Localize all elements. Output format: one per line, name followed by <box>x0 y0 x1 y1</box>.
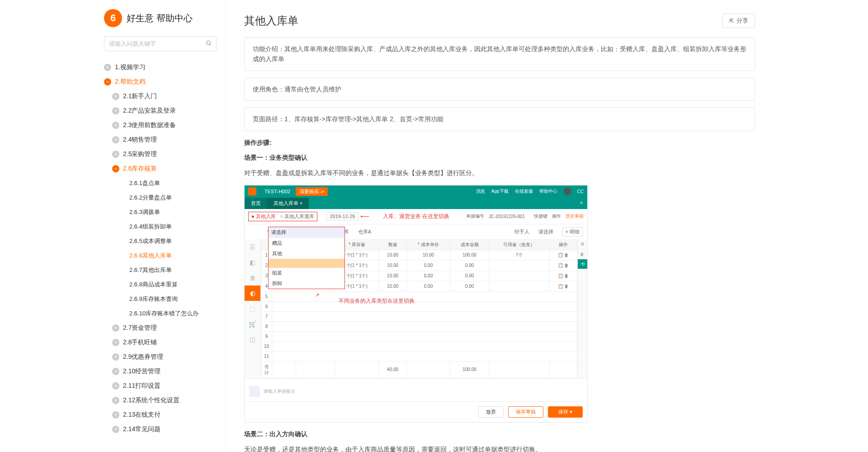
ss-tool-icon: ⟲ <box>578 259 587 269</box>
plus-icon: + <box>112 382 119 390</box>
ss-annotation-1: 入库、退货业务 在这里切换 <box>383 213 449 220</box>
ss-total-row: 合计40.00100.00 <box>261 361 577 378</box>
ss-cancel-button: 放弃 <box>478 406 504 418</box>
nav-2-1[interactable]: +2.1新手入门 <box>104 89 217 104</box>
ss-ops: 操作 <box>552 213 561 219</box>
logo-text: 好生意 帮助中心 <box>127 12 193 24</box>
nav-2-11[interactable]: +2.11打印设置 <box>104 379 217 393</box>
plus-icon: + <box>112 324 119 332</box>
ss-nav-icon: 🛒 <box>245 316 260 332</box>
scene1-title: 场景一：业务类型确认 <box>244 152 755 163</box>
logo: 6 好生意 帮助中心 <box>104 9 217 27</box>
ss-table-row: 9 <box>261 331 577 341</box>
nav-2-7[interactable]: +2.7资金管理 <box>104 321 217 335</box>
info-box-role: 使用角色：通常由仓管人员维护 <box>244 77 755 101</box>
nav-2-3[interactable]: +2.3使用前数据准备 <box>104 118 217 133</box>
ss-tabs: 首页 其他入库单 × × <box>245 198 587 209</box>
nav-2-6-10[interactable]: 2.6.10库存账本错了怎么办 <box>104 306 217 321</box>
scene2-title: 场景二：出入方向确认 <box>244 429 755 440</box>
plus-icon: + <box>112 368 119 375</box>
nav-2-6-3[interactable]: 2.6.3调拨单 <box>104 205 217 219</box>
ss-table-row: 8 <box>261 321 577 331</box>
ss-docno-label: 单据编号 <box>466 213 484 219</box>
info-box-intro: 功能介绍：其他入库单用来处理除采购入库、产成品入库之外的其他入库业务，因此其他入… <box>244 37 755 71</box>
nav-2-4[interactable]: +2.4销售管理 <box>104 133 217 147</box>
plus-icon: + <box>112 411 119 419</box>
ss-biztype-dropdown: 请选择 赠品 其他 组装 拆卸 <box>268 227 345 289</box>
ss-tab-home: 首页 <box>245 198 267 209</box>
nav-2-6-8[interactable]: 2.6.8商品成本重算 <box>104 277 217 292</box>
ss-top-header: TEST-H002 我要购买-> 消息 App下载 在线客服 帮助中心 CC <box>245 186 587 198</box>
nav-2-5[interactable]: +2.5采购管理 <box>104 147 217 162</box>
nav-2-6-6[interactable]: 2.6.6其他入库单 <box>104 248 217 263</box>
ss-msg-icon: 消息 <box>476 188 485 195</box>
nav-2-8[interactable]: +2.8手机旺铺 <box>104 335 217 350</box>
ss-annotation-2: 不同业务的入库类型在这里切换 <box>339 297 415 305</box>
plus-icon: + <box>112 339 119 346</box>
plus-icon: + <box>112 93 119 100</box>
steps-heading: 操作步骤: <box>244 138 755 148</box>
ss-data-table: 请选择 赠品 其他 组装 拆卸 ⟵ ↗ 不同业务的入库类型在这里切换 <box>261 239 577 378</box>
nav-2-6-5[interactable]: 2.6.5成本调整单 <box>104 234 217 248</box>
ss-comment-icon <box>249 386 260 397</box>
nav-2-12[interactable]: +2.12系统个性化设置 <box>104 393 217 408</box>
ss-arrow-icon: ⟵ <box>360 213 369 220</box>
ss-avatar-icon <box>564 188 571 195</box>
nav-2[interactable]: −2.帮助文档 <box>104 75 217 89</box>
plus-icon: + <box>112 136 119 143</box>
svg-point-0 <box>207 41 210 44</box>
ss-add-detail: + 明细 <box>562 227 583 237</box>
ss-comment-placeholder: 请输入单据备注 <box>264 388 295 395</box>
nav-2-14[interactable]: +2.14常见问题 <box>104 422 217 437</box>
plus-icon: + <box>112 107 119 114</box>
nav-2-10[interactable]: +2.10经营管理 <box>104 364 217 379</box>
plus-icon: + <box>112 151 119 158</box>
plus-icon: + <box>112 397 119 404</box>
nav-2-6-2[interactable]: 2.6.2分量盘点单 <box>104 190 217 205</box>
ss-logo-icon <box>248 187 256 195</box>
ss-buy-button: 我要购买-> <box>296 187 327 196</box>
nav-1[interactable]: +1.视频学习 <box>104 60 217 75</box>
search-icon[interactable] <box>206 40 212 48</box>
content-body: 操作步骤: 场景一：业务类型确认 对于受赠、盘盈或是拆装入库等不同的业务，是通过… <box>244 138 755 452</box>
search-input[interactable] <box>104 36 217 51</box>
minus-icon: − <box>112 165 119 172</box>
main-content: 其他入库单 ⇱ 分享 功能介绍：其他入库单用来处理除采购入库、产成品入库之外的其… <box>226 0 773 452</box>
search-box <box>104 36 217 51</box>
svg-line-1 <box>210 44 211 45</box>
nav-2-6-9[interactable]: 2.6.9库存账本查询 <box>104 292 217 306</box>
nav-2-9[interactable]: +2.9优惠券管理 <box>104 350 217 364</box>
ss-table-row: 5 <box>261 291 577 301</box>
minus-icon: − <box>104 78 111 86</box>
ss-save-button: 保存 ▾ <box>548 406 583 418</box>
ss-left-nav: ☰ ◧ 🗑 ◐ ⬚ 🛒 ◫ <box>245 239 261 378</box>
sidebar: 6 好生意 帮助中心 +1.视频学习 −2.帮助文档 +2.1新手入门 +2.2… <box>95 0 226 452</box>
ss-nav-icon: ◧ <box>245 255 260 270</box>
nav-2-2[interactable]: +2.2产品安装及登录 <box>104 104 217 118</box>
nav-2-6-4[interactable]: 2.6.4组装拆卸单 <box>104 219 217 234</box>
nav-2-6-1[interactable]: 2.6.1盘点单 <box>104 176 217 190</box>
ss-side-tools: ⚙ ◐ ⟲ <box>577 239 587 378</box>
share-icon: ⇱ <box>729 18 734 24</box>
page-title: 其他入库单 <box>244 14 298 28</box>
ss-nav-icon: ◐ <box>245 285 260 301</box>
ss-table-row: 11 <box>261 351 577 361</box>
share-button[interactable]: ⇱ 分享 <box>722 14 755 28</box>
nav-2-13[interactable]: +2.13在线支付 <box>104 408 217 422</box>
scene1-desc: 对于受赠、盘盈或是拆装入库等不同的业务，是通过单据头【业务类型】进行区分。 <box>244 168 755 179</box>
ss-tenant: TEST-H002 <box>264 189 290 194</box>
plus-icon: + <box>112 353 119 361</box>
ss-op-label: 经手人 <box>514 228 529 235</box>
logo-icon: 6 <box>104 9 122 27</box>
nav-2-6[interactable]: −2.6库存核算 <box>104 162 217 176</box>
ss-wh-value: 仓库A <box>358 228 371 235</box>
nav-tree: +1.视频学习 −2.帮助文档 +2.1新手入门 +2.2产品安装及登录 +2.… <box>104 60 217 437</box>
ss-action-buttons: 放弃 保存草稿 保存 ▾ <box>245 401 587 422</box>
ss-help-icon: 帮助中心 <box>539 188 557 195</box>
ss-toolbar: ● 其他入库 ○ 其他入库退库 2019-12-26 ⟵ 入库、退货业务 在这里… <box>245 209 587 224</box>
embedded-screenshot: TEST-H002 我要购买-> 消息 App下载 在线客服 帮助中心 CC 首… <box>244 185 588 423</box>
ss-table-row: 10 <box>261 341 577 351</box>
ss-nav-icon: ◫ <box>245 332 260 347</box>
nav-2-6-7[interactable]: 2.6.7其他出库单 <box>104 263 217 277</box>
plus-icon: + <box>112 426 119 433</box>
